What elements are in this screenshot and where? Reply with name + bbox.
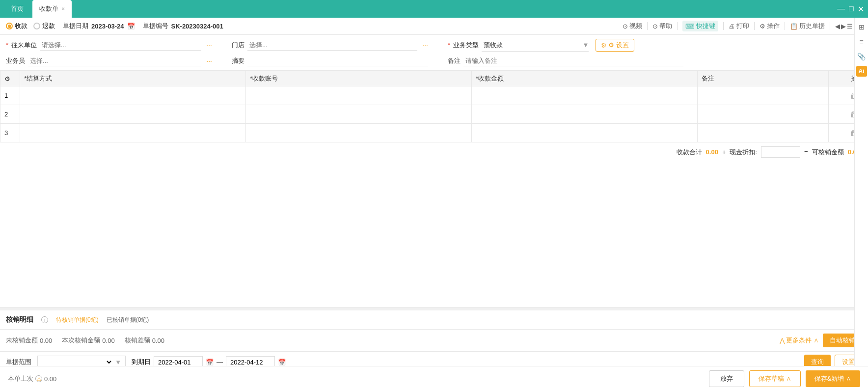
- window-close-icon[interactable]: ✕: [858, 4, 864, 14]
- gear-icon: ⚙: [601, 42, 607, 49]
- biz-type-label: * 业务类型: [448, 41, 479, 50]
- more-conditions-label: 更多条件 ∧: [786, 336, 819, 345]
- row-settlement-3[interactable]: [20, 124, 246, 142]
- biz-type-select[interactable]: 预收款 ▼: [482, 39, 589, 52]
- row-amount-2[interactable]: [471, 105, 697, 124]
- row-note-2[interactable]: [697, 105, 828, 124]
- bottom-label: 本单上次: [8, 374, 33, 383]
- calendar-icon[interactable]: 📅: [127, 23, 135, 30]
- row-account-2[interactable]: [245, 105, 471, 124]
- setting-button[interactable]: ⚙ ⚙ 设置: [596, 39, 634, 52]
- history-label: 历史单据: [799, 22, 825, 30]
- save-draft-button[interactable]: 保存草稿 ∧: [749, 370, 801, 387]
- bottom-bar: 本单上次 ⚠ 0.00 放弃 保存草稿 ∧ 保存&新增 ∧: [0, 366, 868, 391]
- verifiable-label: 可核销金额: [812, 148, 844, 157]
- tab-bar: 首页 收款单 × — □ ✕: [0, 0, 868, 18]
- radio-refund-circle: [33, 23, 40, 29]
- store-more-icon[interactable]: ···: [422, 41, 428, 49]
- row-amount-3[interactable]: [471, 124, 697, 142]
- action-btn[interactable]: ⚙ 操作: [760, 22, 780, 30]
- calendar-from-icon[interactable]: 📅: [206, 359, 214, 366]
- next-icon[interactable]: ▶: [841, 23, 846, 30]
- receipt-table: ⚙ *结算方式 *收款账号 *收款金额 备注 操作: [0, 71, 868, 142]
- prev-icon[interactable]: ◀: [835, 23, 840, 30]
- filter-icon: ⋀: [780, 337, 785, 344]
- row-num-2: 2: [0, 105, 20, 124]
- date-value: 2023-03-24: [91, 23, 124, 30]
- done-tab[interactable]: 已核销单据(0笔): [107, 316, 149, 324]
- store-input[interactable]: [247, 40, 417, 51]
- radio-refund[interactable]: 退款: [33, 22, 55, 30]
- staff-input[interactable]: [28, 56, 201, 66]
- col-amount: *收款金额: [471, 71, 697, 86]
- verify-info-icon[interactable]: i: [41, 316, 48, 323]
- row-settlement-2[interactable]: [20, 105, 246, 124]
- note-field: 备注: [448, 56, 683, 66]
- list-view-icon[interactable]: ☰: [847, 23, 853, 30]
- partner-label-text: 往来单位: [11, 41, 37, 49]
- unchecked-value: 0.00: [40, 337, 52, 344]
- action-icon: ⚙: [760, 23, 765, 30]
- range-select-input[interactable]: [42, 358, 113, 366]
- print-icon: 🖨: [729, 23, 735, 30]
- video-btn[interactable]: ⊙ 视频: [623, 22, 642, 30]
- side-ai-icon[interactable]: Ai: [856, 66, 867, 77]
- side-list-icon[interactable]: ≡: [856, 36, 867, 47]
- biz-type-field: * 业务类型 预收款 ▼ ⚙ ⚙ 设置: [448, 39, 634, 52]
- tab-close-icon[interactable]: ×: [61, 5, 65, 12]
- window-minimize-icon[interactable]: —: [837, 4, 845, 13]
- receipt-label: 收款单: [39, 4, 58, 13]
- row-note-1[interactable]: [697, 86, 828, 105]
- tab-home[interactable]: 首页: [4, 0, 30, 18]
- partner-label: * 往来单位: [6, 41, 37, 50]
- partner-input[interactable]: [40, 40, 202, 51]
- history-btn[interactable]: 📋 历史单据: [790, 22, 825, 30]
- bottom-info-icon[interactable]: ⚠: [35, 375, 42, 382]
- side-attach-icon[interactable]: 📎: [856, 51, 867, 62]
- form-row-1: * 往来单位 ··· 门店 ··· * 业务类型 预收款 ▼: [6, 39, 862, 52]
- current-value: 0.00: [102, 337, 114, 344]
- discount-input[interactable]: [761, 146, 800, 158]
- radio-receipt[interactable]: 收款: [6, 22, 27, 30]
- staff-more-icon[interactable]: ···: [206, 57, 212, 65]
- shortcut-btn[interactable]: ⌨ 快捷键: [682, 21, 718, 31]
- verify-stats: 未核销金额 0.00 本次核销金额 0.00 核销差额 0.00 ⋀ 更多条件 …: [0, 330, 868, 352]
- print-label: 打印: [736, 22, 749, 30]
- calendar-to-icon[interactable]: 📅: [278, 359, 286, 366]
- date-range-dash: —: [217, 359, 223, 366]
- row-amount-1[interactable]: [471, 86, 697, 105]
- pending-tab[interactable]: 待核销单据(0笔): [56, 316, 99, 324]
- current-stat: 本次核销金额 0.00: [62, 336, 114, 345]
- print-btn[interactable]: 🖨 打印: [729, 22, 749, 30]
- biz-type-value: 预收款: [482, 39, 583, 51]
- row-account-3[interactable]: [245, 124, 471, 142]
- form-area: * 往来单位 ··· 门店 ··· * 业务类型 预收款 ▼: [0, 35, 868, 71]
- toolbar: 收款 退款 单据日期 2023-03-24 📅 单据编号 SK-20230324…: [0, 18, 868, 35]
- row-num-3: 3: [0, 124, 20, 142]
- help-btn[interactable]: ⊙ 帮助: [652, 22, 672, 30]
- radio-receipt-circle: [6, 23, 13, 29]
- row-note-3[interactable]: [697, 124, 828, 142]
- side-table-icon[interactable]: ⊞: [856, 22, 867, 32]
- note-input[interactable]: [463, 56, 683, 66]
- bottom-left: 本单上次 ⚠ 0.00: [8, 374, 56, 383]
- receipt-total-label: 收款合计: [677, 148, 702, 157]
- more-conditions-btn[interactable]: ⋀ 更多条件 ∧: [780, 336, 819, 345]
- note-label: 备注: [448, 56, 461, 65]
- partner-more-icon[interactable]: ···: [206, 41, 212, 49]
- biz-type-dropdown-icon: ▼: [583, 41, 589, 49]
- col-settlement: *结算方式: [20, 71, 246, 86]
- due-label: 到期日: [132, 358, 151, 366]
- window-maximize-icon[interactable]: □: [849, 4, 854, 13]
- col-settings[interactable]: ⚙: [0, 71, 20, 86]
- save-new-button[interactable]: 保存&新增 ∧: [806, 370, 860, 387]
- abandon-button[interactable]: 放弃: [709, 370, 744, 387]
- tab-receipt[interactable]: 收款单 ×: [32, 0, 72, 18]
- row-account-1[interactable]: [245, 86, 471, 105]
- summary-input[interactable]: [247, 56, 428, 66]
- verify-right-actions: ⋀ 更多条件 ∧ 自动核销: [780, 334, 862, 347]
- shortcut-label: 快捷键: [696, 22, 715, 30]
- biz-type-label-text: 业务类型: [453, 41, 479, 49]
- range-label: 单据范围: [6, 358, 31, 366]
- row-settlement-1[interactable]: [20, 86, 246, 105]
